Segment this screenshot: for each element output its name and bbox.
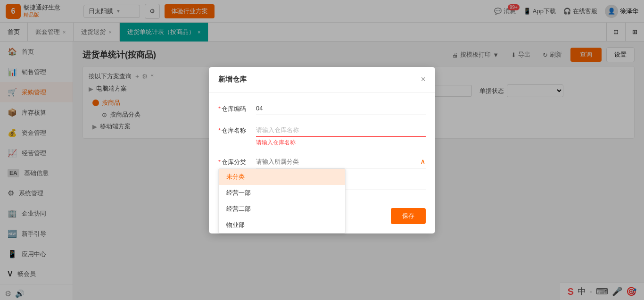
category-field: ∧ 未分类 经营一部 经营二部 物业部: [256, 155, 426, 168]
code-field: [256, 102, 426, 115]
category-label: 仓库分类: [218, 155, 256, 167]
modal-save-button[interactable]: 保存: [391, 208, 426, 224]
category-dropdown: 未分类 经营一部 经营二部 物业部: [218, 168, 346, 233]
new-warehouse-modal: 新增仓库 × 仓库编码 仓库名称 请输入仓库名称 仓库分类: [209, 67, 435, 233]
modal-close-button[interactable]: ×: [421, 75, 426, 84]
modal-title: 新增仓库: [218, 75, 247, 84]
name-field: 请输入仓库名称: [256, 124, 426, 147]
name-input[interactable]: [256, 124, 426, 137]
form-row-code: 仓库编码: [218, 102, 426, 115]
dropdown-item-dept2[interactable]: 经营二部: [219, 201, 345, 217]
form-row-name: 仓库名称 请输入仓库名称: [218, 124, 426, 147]
category-input[interactable]: [256, 158, 420, 165]
modal-header: 新增仓库 ×: [209, 67, 435, 92]
name-error-msg: 请输入仓库名称: [256, 139, 426, 147]
form-row-category: 仓库分类 ∧ 未分类 经营一部 经营二部 物业部: [218, 155, 426, 168]
category-input-wrap: ∧: [256, 155, 426, 168]
code-label: 仓库编码: [218, 102, 256, 113]
dropdown-item-dept1[interactable]: 经营一部: [219, 185, 345, 201]
modal-overlay[interactable]: 新增仓库 × 仓库编码 仓库名称 请输入仓库名称 仓库分类: [0, 0, 644, 300]
category-toggle-button[interactable]: ∧: [420, 157, 426, 166]
name-label: 仓库名称: [218, 124, 256, 135]
dropdown-item-property[interactable]: 物业部: [219, 217, 345, 233]
modal-body: 仓库编码 仓库名称 请输入仓库名称 仓库分类 ∧: [209, 92, 435, 208]
dropdown-item-unclassified[interactable]: 未分类: [219, 169, 345, 185]
code-input[interactable]: [256, 102, 426, 115]
